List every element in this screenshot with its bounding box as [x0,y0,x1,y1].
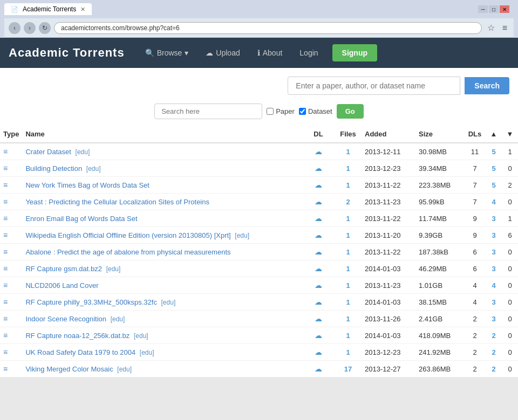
list-icon: ≡ [3,164,8,173]
download-icon[interactable]: ☁ [315,231,322,239]
row-dl-cell: ☁ [302,143,335,160]
browse-nav-button[interactable]: 🔍 Browse ▾ [138,44,196,61]
bookmark-button[interactable]: ☆ [485,22,497,34]
row-added-value: 2014-01-03 [365,298,401,306]
row-name-link[interactable]: RF Capture gsm.dat.bz2 [25,265,102,273]
row-size-cell: 46.29MB [415,260,464,277]
row-name-link[interactable]: Wikipedia English Official Offline Editi… [25,231,230,239]
info-icon: ℹ [257,49,260,57]
download-icon[interactable]: ☁ [315,264,322,273]
row-seed-value: 3 [492,298,495,306]
row-dls-cell: 9 [464,227,486,244]
row-name-link[interactable]: Building Detection [25,164,82,173]
reload-button[interactable]: ↻ [39,22,51,34]
download-icon[interactable]: ☁ [315,281,322,290]
row-name-cell: UK Road Safety Data 1979 to 2004 [edu] [22,344,302,361]
tab-title: Academic Torrents [23,5,76,13]
row-type-icon: ≡ [0,327,22,344]
row-leech-cell: 0 [502,277,518,294]
download-icon[interactable]: ☁ [315,147,322,156]
download-icon[interactable]: ☁ [315,364,322,373]
row-files-value: 1 [346,332,350,340]
row-name-link[interactable]: RF Capture philly_93.3MHz_500ksps.32fc [25,298,157,306]
row-added-cell: 2013-11-20 [362,227,415,244]
menu-button[interactable]: ≡ [500,22,509,34]
row-name-link[interactable]: Viking Merged Color Mosaic [25,365,113,373]
maximize-button[interactable]: □ [489,5,499,13]
back-button[interactable]: ‹ [9,22,21,34]
row-leech-cell: 6 [502,227,518,244]
search-icon: 🔍 [145,49,154,57]
window-controls: ─ □ ✕ [478,5,509,13]
row-files-value: 1 [346,265,350,273]
browser-chrome: 📄 Academic Torrents ✕ ─ □ ✕ ‹ › ↻ ☆ ≡ [0,0,518,38]
row-name-link[interactable]: Abalone : Predict the age of abalone fro… [25,248,230,256]
address-bar[interactable] [54,22,482,34]
row-added-value: 2013-11-26 [365,315,401,323]
row-seed-cell: 2 [486,361,502,377]
main-search-button[interactable]: Search [465,77,509,94]
row-files-value: 1 [346,164,350,173]
row-name-link[interactable]: Yeast : Predicting the Cellular Localiza… [25,198,209,206]
dataset-checkbox[interactable] [299,108,306,115]
filter-search-input[interactable] [154,104,262,119]
navbar: Academic Torrents 🔍 Browse ▾ ☁ Upload ℹ … [0,38,518,68]
row-type-icon: ≡ [0,177,22,194]
tab-close-button[interactable]: ✕ [80,6,85,13]
row-type-icon: ≡ [0,210,22,227]
upload-nav-button[interactable]: ☁ Upload [198,44,247,61]
row-leech-value: 0 [508,348,512,356]
close-button[interactable]: ✕ [500,5,509,13]
row-size-cell: 38.15MB [415,294,464,311]
row-dl-cell: ☁ [302,327,335,344]
row-seed-cell: 2 [486,344,502,361]
about-nav-button[interactable]: ℹ About [250,44,290,61]
row-name-link[interactable]: New York Times Bag of Words Data Set [25,181,149,189]
row-name-link[interactable]: NLCD2006 Land Cover [25,281,98,290]
row-seed-value: 5 [492,164,495,173]
row-dl-cell: ☁ [302,344,335,361]
download-icon[interactable]: ☁ [315,164,322,173]
download-icon[interactable]: ☁ [315,314,322,323]
row-name-link[interactable]: RF Capture noaa-12_256k.dat.bz [25,332,130,340]
row-seed-value: 2 [492,348,495,356]
login-button[interactable]: Login [292,44,325,61]
browser-tab[interactable]: 📄 Academic Torrents ✕ [4,3,92,15]
row-type-icon: ≡ [0,277,22,294]
row-dls-cell: 2 [464,327,486,344]
row-leech-value: 0 [508,248,512,256]
row-added-value: 2013-11-23 [365,198,401,206]
minimize-button[interactable]: ─ [478,5,488,13]
row-size-cell: 263.86MB [415,361,464,377]
row-seed-cell: 5 [486,143,502,160]
go-button[interactable]: Go [337,104,364,119]
download-icon[interactable]: ☁ [315,247,322,256]
row-leech-value: 0 [508,164,512,173]
download-icon[interactable]: ☁ [315,181,322,189]
forward-button[interactable]: › [24,22,36,34]
table-row: ≡ RF Capture philly_93.3MHz_500ksps.32fc… [0,294,518,311]
row-type-icon: ≡ [0,194,22,210]
row-leech-cell: 0 [502,160,518,177]
table-row: ≡ RF Capture noaa-12_256k.dat.bz [edu] ☁… [0,327,518,344]
main-search-input[interactable] [288,77,460,95]
row-files-value: 1 [346,248,350,256]
download-icon[interactable]: ☁ [315,197,322,206]
download-icon[interactable]: ☁ [315,214,322,223]
row-name-link[interactable]: Enron Email Bag of Words Data Set [25,215,137,223]
paper-checkbox[interactable] [267,108,274,115]
row-name-link[interactable]: Crater Dataset [25,148,71,156]
col-header-seed: ▲ [486,126,502,143]
table-row: ≡ New York Times Bag of Words Data Set ☁… [0,177,518,194]
download-icon[interactable]: ☁ [315,348,322,356]
download-icon[interactable]: ☁ [315,331,322,340]
row-name-link[interactable]: UK Road Safety Data 1979 to 2004 [25,348,135,356]
row-seed-cell: 5 [486,177,502,194]
list-icon: ≡ [3,264,8,273]
signup-button[interactable]: Signup [332,44,377,61]
download-icon[interactable]: ☁ [315,298,322,306]
row-type-icon: ≡ [0,260,22,277]
row-dl-cell: ☁ [302,260,335,277]
row-name-link[interactable]: Indoor Scene Recognition [25,315,106,323]
row-name-cell: New York Times Bag of Words Data Set [22,177,302,194]
